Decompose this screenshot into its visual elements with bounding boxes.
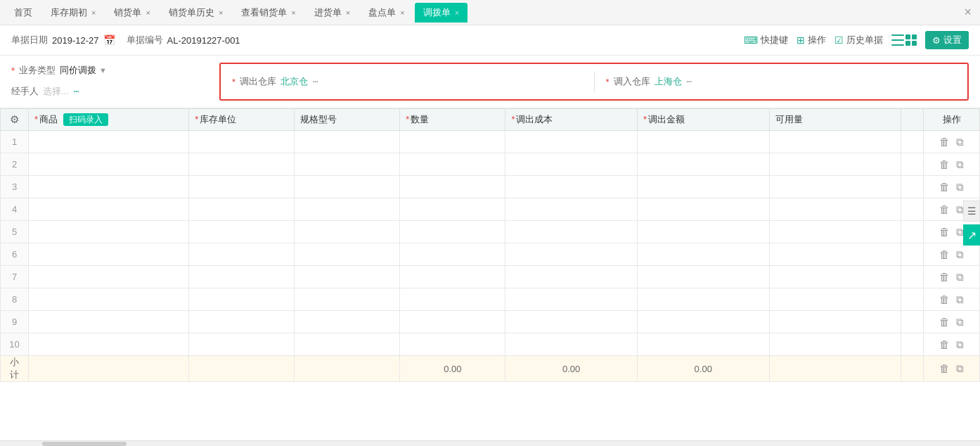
- transfer-amount-cell[interactable]: [637, 311, 769, 333]
- transfer-cost-cell[interactable]: [505, 221, 638, 243]
- delete-row-icon[interactable]: 🗑: [939, 136, 950, 148]
- transfer-cost-cell[interactable]: [505, 153, 638, 176]
- product-cell[interactable]: [29, 153, 189, 176]
- spec-cell[interactable]: [295, 288, 400, 311]
- delete-row-icon[interactable]: 🗑: [939, 248, 950, 260]
- copy-row-icon[interactable]: ⧉: [956, 338, 964, 350]
- storage-unit-cell[interactable]: [189, 243, 295, 266]
- tab-inventory-init-close[interactable]: ×: [91, 8, 96, 17]
- spec-cell[interactable]: [295, 221, 400, 243]
- transfer-amount-cell[interactable]: [637, 266, 769, 288]
- spec-cell[interactable]: [295, 243, 400, 266]
- quantity-cell[interactable]: [400, 311, 505, 333]
- quantity-cell[interactable]: [400, 266, 505, 288]
- spec-cell[interactable]: [295, 198, 400, 221]
- scrollbar-thumb[interactable]: [42, 442, 127, 446]
- product-cell[interactable]: [29, 333, 189, 356]
- subtotal-copy-icon[interactable]: ⧉: [956, 362, 964, 374]
- delete-row-icon[interactable]: 🗑: [939, 316, 950, 328]
- product-cell[interactable]: [29, 221, 189, 243]
- delete-row-icon[interactable]: 🗑: [939, 158, 950, 170]
- storage-unit-cell[interactable]: [189, 333, 295, 356]
- person-more-icon[interactable]: ···: [73, 85, 78, 98]
- quantity-cell[interactable]: [400, 221, 505, 243]
- tab-stocktake-close[interactable]: ×: [400, 8, 404, 17]
- transfer-amount-cell[interactable]: [637, 221, 769, 243]
- spec-cell[interactable]: [295, 131, 400, 153]
- tab-home[interactable]: 首页: [6, 3, 41, 23]
- storage-unit-cell[interactable]: [189, 176, 295, 198]
- quantity-cell[interactable]: [400, 333, 505, 356]
- transfer-cost-cell[interactable]: [505, 288, 638, 311]
- storage-unit-cell[interactable]: [189, 288, 295, 311]
- history-button[interactable]: ☑ 历史单据: [834, 34, 883, 46]
- tab-stocktake[interactable]: 盘点单 ×: [360, 3, 413, 23]
- tab-sales-order-close[interactable]: ×: [146, 8, 150, 17]
- transfer-amount-cell[interactable]: [637, 288, 769, 311]
- transfer-amount-cell[interactable]: [637, 176, 769, 198]
- storage-unit-cell[interactable]: [189, 153, 295, 176]
- storage-unit-cell[interactable]: [189, 266, 295, 288]
- person-select[interactable]: 选择...: [43, 85, 69, 98]
- transfer-out-more-icon[interactable]: ···: [312, 75, 317, 88]
- storage-unit-cell[interactable]: [189, 131, 295, 153]
- product-cell[interactable]: [29, 243, 189, 266]
- storage-unit-cell[interactable]: [189, 221, 295, 243]
- business-type-select[interactable]: 同价调拨 ▼: [60, 63, 172, 78]
- copy-row-icon[interactable]: ⧉: [956, 271, 964, 283]
- delete-row-icon[interactable]: 🗑: [939, 271, 950, 283]
- copy-row-icon[interactable]: ⧉: [956, 181, 964, 193]
- quantity-cell[interactable]: [400, 176, 505, 198]
- list-view-button[interactable]: [891, 34, 904, 46]
- spec-cell[interactable]: [295, 176, 400, 198]
- spec-cell[interactable]: [295, 311, 400, 333]
- spec-cell[interactable]: [295, 153, 400, 176]
- tab-view-sales-close[interactable]: ×: [291, 8, 295, 17]
- transfer-cost-cell[interactable]: [505, 243, 638, 266]
- tab-sales-order[interactable]: 销货单 ×: [105, 3, 158, 23]
- quantity-cell[interactable]: [400, 198, 505, 221]
- shortcut-button[interactable]: ⌨ 快捷键: [744, 34, 788, 46]
- transfer-cost-cell[interactable]: [505, 266, 638, 288]
- product-cell[interactable]: [29, 131, 189, 153]
- transfer-cost-cell[interactable]: [505, 311, 638, 333]
- delete-row-icon[interactable]: 🗑: [939, 203, 950, 215]
- horizontal-scrollbar[interactable]: [0, 440, 980, 446]
- side-list-button[interactable]: ☰: [963, 200, 980, 222]
- transfer-amount-cell[interactable]: [637, 198, 769, 221]
- delete-row-icon[interactable]: 🗑: [939, 293, 950, 305]
- quantity-cell[interactable]: [400, 153, 505, 176]
- quantity-cell[interactable]: [400, 243, 505, 266]
- storage-unit-cell[interactable]: [189, 198, 295, 221]
- tab-purchase-order[interactable]: 进货单 ×: [306, 3, 359, 23]
- spec-cell[interactable]: [295, 266, 400, 288]
- tab-transfer-close[interactable]: ×: [455, 8, 459, 17]
- product-cell[interactable]: [29, 266, 189, 288]
- tab-view-sales[interactable]: 查看销货单 ×: [233, 3, 304, 23]
- transfer-cost-cell[interactable]: [505, 333, 638, 356]
- tab-sales-history-close[interactable]: ×: [219, 8, 223, 17]
- copy-row-icon[interactable]: ⧉: [956, 316, 964, 328]
- storage-unit-cell[interactable]: [189, 311, 295, 333]
- quantity-cell[interactable]: [400, 131, 505, 153]
- delete-row-icon[interactable]: 🗑: [939, 338, 950, 350]
- transfer-cost-cell[interactable]: [505, 131, 638, 153]
- product-cell[interactable]: [29, 288, 189, 311]
- transfer-cost-cell[interactable]: [505, 176, 638, 198]
- transfer-in-value[interactable]: 上海仓: [655, 75, 682, 88]
- spec-cell[interactable]: [295, 333, 400, 356]
- tab-transfer[interactable]: 调拨单 ×: [415, 3, 468, 23]
- transfer-amount-cell[interactable]: [637, 131, 769, 153]
- copy-row-icon[interactable]: ⧉: [956, 136, 964, 148]
- delete-row-icon[interactable]: 🗑: [939, 226, 950, 238]
- product-cell[interactable]: [29, 176, 189, 198]
- transfer-amount-cell[interactable]: [637, 243, 769, 266]
- operation-button[interactable]: ⊞ 操作: [797, 34, 826, 46]
- close-all-tabs-button[interactable]: ×: [961, 5, 974, 20]
- product-cell[interactable]: [29, 311, 189, 333]
- table-settings-icon[interactable]: ⚙: [10, 113, 19, 125]
- product-cell[interactable]: [29, 198, 189, 221]
- side-export-button[interactable]: ↗: [963, 224, 980, 246]
- calendar-icon[interactable]: 📅: [103, 34, 115, 46]
- transfer-amount-cell[interactable]: [637, 153, 769, 176]
